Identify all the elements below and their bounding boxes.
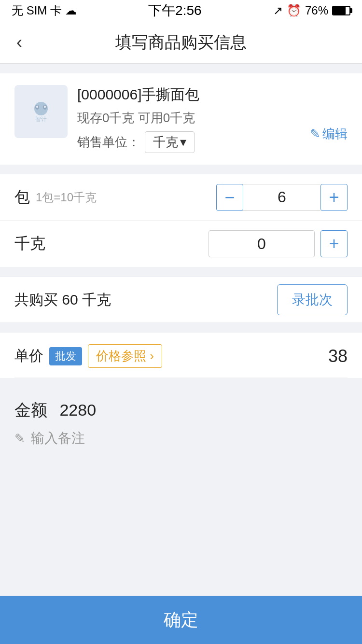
status-time: 下午2:56 <box>148 1 202 20</box>
package-minus-button[interactable]: − <box>216 184 243 211</box>
total-text: 共购买 60 千克 <box>14 290 277 310</box>
amount-section: 金额 2280 ✎ 输入备注 <box>0 388 362 459</box>
battery-text: 76% <box>305 4 328 17</box>
confirm-button[interactable]: 确定 <box>0 596 362 644</box>
unit-label: 销售单位： <box>77 134 140 151</box>
status-left: 无 SIM 卡 ☁ <box>12 3 77 18</box>
record-batch-button[interactable]: 录批次 <box>277 284 348 315</box>
kg-label: 千克 <box>14 233 45 254</box>
bottom-spacer <box>0 459 362 517</box>
price-tag: 批发 <box>49 347 82 365</box>
remark-row[interactable]: ✎ 输入备注 <box>14 429 348 448</box>
price-ref-button[interactable]: 价格参照 › <box>88 344 162 368</box>
total-row: 共购买 60 千克 录批次 <box>0 277 362 323</box>
amount-row: 金额 2280 <box>14 399 348 421</box>
price-section: 单价 批发 价格参照 › 38 <box>0 333 362 378</box>
status-bar: 无 SIM 卡 ☁ 下午2:56 ↗ ⏰ 76% <box>0 0 362 21</box>
dropdown-icon: ▾ <box>180 135 186 150</box>
package-input[interactable] <box>243 184 320 211</box>
product-info: [0000006]手撕面包 现存0千克 可用0千克 销售单位： 千克 ▾ <box>77 85 348 153</box>
kg-row: 千克 + <box>0 221 362 267</box>
pencil-icon: ✎ <box>14 431 25 446</box>
location-icon: ↗ <box>273 4 283 17</box>
signal-text: 无 SIM 卡 ☁ <box>12 3 77 18</box>
amount-label: 金额 <box>14 401 47 419</box>
package-hint: 1包=10千克 <box>36 190 216 205</box>
unit-value: 千克 <box>153 134 178 151</box>
package-plus-button[interactable]: + <box>320 184 348 211</box>
kg-input[interactable] <box>209 230 315 257</box>
svg-point-4 <box>44 106 46 108</box>
amount-value: 2280 <box>59 401 96 419</box>
svg-point-3 <box>36 106 38 108</box>
product-thumbnail: 智计 <box>14 85 68 138</box>
battery-icon <box>332 6 350 15</box>
kg-plus-button[interactable]: + <box>320 230 348 257</box>
alarm-icon: ⏰ <box>287 4 301 17</box>
package-stepper: − + <box>216 184 348 211</box>
edit-icon: ✎ <box>310 126 320 141</box>
back-button[interactable]: ‹ <box>12 28 27 57</box>
price-ref-label: 价格参照 › <box>96 348 154 364</box>
product-stock: 现存0千克 可用0千克 <box>77 110 348 126</box>
product-logo-icon: 智计 <box>27 97 56 126</box>
product-unit-row: 销售单位： 千克 ▾ <box>77 131 348 153</box>
product-name: [0000006]手撕面包 <box>77 85 348 105</box>
page-title: 填写商品购买信息 <box>115 31 247 54</box>
unit-select[interactable]: 千克 ▾ <box>145 131 195 153</box>
product-card: 智计 [0000006]手撕面包 现存0千克 可用0千克 销售单位： 千克 ▾ … <box>0 73 362 165</box>
package-row: 包 1包=10千克 − + <box>0 174 362 221</box>
status-right: ↗ ⏰ 76% <box>273 4 350 17</box>
remark-label: 输入备注 <box>31 429 85 448</box>
package-label: 包 <box>14 187 30 208</box>
price-row: 单价 批发 价格参照 › 38 <box>14 344 348 378</box>
quantity-section: 包 1包=10千克 − + 千克 + <box>0 174 362 267</box>
price-value: 38 <box>328 346 348 366</box>
price-label: 单价 <box>14 346 43 366</box>
nav-bar: ‹ 填写商品购买信息 <box>0 21 362 64</box>
edit-label: 编辑 <box>322 126 348 142</box>
edit-button[interactable]: ✎ 编辑 <box>310 126 348 142</box>
svg-text:智计: 智计 <box>35 116 47 123</box>
